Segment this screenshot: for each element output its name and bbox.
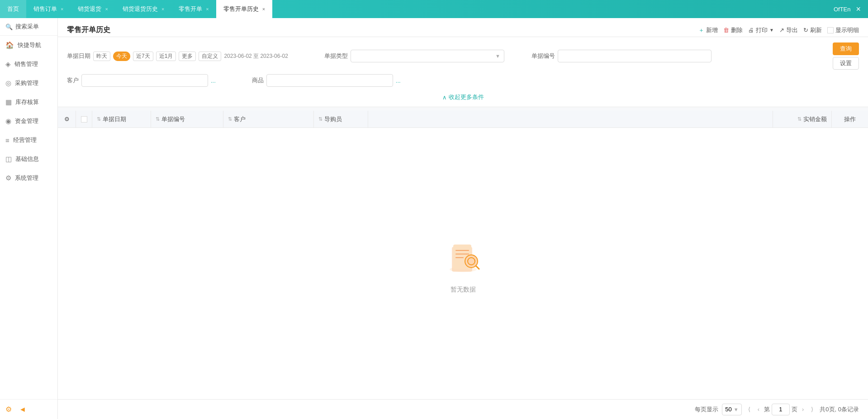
page-size-dropdown-icon: ▼: [734, 407, 739, 412]
type-select[interactable]: ▼: [351, 50, 504, 62]
tab-sales-return-history-close[interactable]: ×: [161, 6, 164, 12]
refresh-icon: ↻: [803, 27, 808, 33]
goods-ellipsis[interactable]: ...: [396, 77, 401, 84]
th-spacer: [368, 111, 773, 127]
topbar-close-btn[interactable]: ×: [854, 5, 863, 14]
tab-sales-return[interactable]: 销货退货 ×: [71, 0, 115, 18]
basicinfo-icon: ◫: [5, 155, 12, 163]
th-amount-sort-icon: ⇅: [797, 116, 802, 122]
export-icon: ↗: [779, 27, 784, 33]
setting-button[interactable]: 设置: [833, 57, 859, 70]
customer-filter-label: 客户: [67, 76, 79, 85]
date-shortcuts: 昨天 今天 近7天 近1月 更多 自定义: [93, 52, 221, 61]
date-btn-today[interactable]: 今天: [113, 52, 130, 61]
tab-sales-return-close[interactable]: ×: [105, 6, 108, 12]
table-area: ⚙ ⇅ 单据日期 ⇅ 单据编号 ⇅ 客户 ⇅: [58, 111, 868, 419]
date-btn-custom[interactable]: 自定义: [199, 52, 221, 61]
print-button[interactable]: 🖨 打印 ▼: [748, 26, 774, 34]
collapse-arrow-icon[interactable]: ◄: [19, 405, 26, 414]
tab-sales-order[interactable]: 销售订单 ×: [26, 0, 71, 18]
refresh-label: 刷新: [810, 26, 822, 34]
page-prev-btn[interactable]: ‹: [755, 405, 762, 414]
date-btn-yesterday[interactable]: 昨天: [93, 52, 110, 61]
tab-sales-return-history[interactable]: 销货退货历史 ×: [115, 0, 171, 18]
th-customer-label: 客户: [234, 115, 246, 123]
sidebar-item-inventory[interactable]: ▦ 库存核算: [0, 93, 57, 112]
tab-sales-order-label: 销售订单: [33, 5, 57, 13]
date-btn-1month[interactable]: 近1月: [156, 52, 176, 61]
th-customer[interactable]: ⇅ 客户: [223, 111, 314, 127]
th-guide[interactable]: ⇅ 导购员: [314, 111, 368, 127]
page-last-btn[interactable]: ⟩: [808, 405, 816, 414]
sidebar-item-system[interactable]: ⚙ 系统管理: [0, 169, 57, 188]
content-area: 零售开单历史 ＋ 新增 🗑 删除 🖨 打印 ▼ ↗ 导出: [58, 18, 868, 419]
date-btn-more[interactable]: 更多: [179, 52, 196, 61]
empty-text: 暂无数据: [451, 286, 476, 294]
sidebar-item-quicknav[interactable]: 🏠 快捷导航: [0, 36, 57, 55]
page-size-select[interactable]: 50 ▼: [722, 404, 741, 415]
th-checkbox[interactable]: [76, 111, 92, 127]
sidebar-item-operation[interactable]: ≡ 经营管理: [0, 131, 57, 150]
th-op-label: 操作: [844, 115, 856, 123]
tab-sales-order-close[interactable]: ×: [61, 6, 63, 12]
sidebar-item-purchase[interactable]: ◎ 采购管理: [0, 74, 57, 93]
sidebar: 🔍 搜索采单 🏠 快捷导航 ◈ 销售管理 ◎ 采购管理 ▦ 库存核算 ◉ 资金管…: [0, 18, 58, 419]
tab-retail-history[interactable]: 零售开单历史 ×: [216, 0, 272, 18]
customer-input[interactable]: [81, 74, 208, 87]
num-filter-label: 单据编号: [531, 52, 555, 60]
th-num-sort-icon: ⇅: [156, 116, 160, 122]
inventory-icon: ▦: [5, 98, 12, 106]
th-guide-sort-icon: ⇅: [318, 116, 323, 122]
th-checkbox-all[interactable]: [81, 116, 87, 122]
type-filter: 单据类型 ▼: [324, 50, 504, 62]
tab-retail-order-close[interactable]: ×: [206, 6, 209, 12]
collapse-label: 收起更多条件: [449, 93, 484, 101]
tab-retail-history-close[interactable]: ×: [262, 6, 265, 12]
page-next-btn[interactable]: ›: [799, 405, 806, 414]
page-number-input[interactable]: [772, 404, 790, 415]
table-header: ⚙ ⇅ 单据日期 ⇅ 单据编号 ⇅ 客户 ⇅: [58, 111, 868, 128]
type-dropdown-icon: ▼: [495, 53, 500, 59]
query-button[interactable]: 查询: [833, 42, 859, 55]
goods-input[interactable]: [266, 74, 393, 87]
print-icon: 🖨: [748, 27, 754, 33]
delete-label: 删除: [731, 26, 743, 34]
svg-line-8: [476, 266, 479, 269]
refresh-button[interactable]: ↻ 刷新: [803, 26, 822, 34]
toolbar: ＋ 新增 🗑 删除 🖨 打印 ▼ ↗ 导出 ↻ 刷新: [698, 26, 859, 34]
customer-filter: 客户 ...: [67, 74, 216, 87]
th-op: 操作: [832, 111, 868, 127]
pagination: 每页显示 50 ▼ ⟨ ‹ 第 页 › ⟩ 共0页, 0条记录: [58, 399, 868, 419]
num-input[interactable]: [558, 50, 711, 62]
collapse-button[interactable]: ∧ 收起更多条件: [442, 93, 484, 101]
tab-retail-order[interactable]: 零售开单 ×: [171, 0, 216, 18]
sidebar-item-finance[interactable]: ◉ 资金管理: [0, 112, 57, 131]
sidebar-item-basicinfo[interactable]: ◫ 基础信息: [0, 150, 57, 169]
date-btn-7days[interactable]: 近7天: [133, 52, 153, 61]
th-date[interactable]: ⇅ 单据日期: [92, 111, 151, 127]
th-amount[interactable]: ⇅ 实销金额: [773, 111, 832, 127]
export-button[interactable]: ↗ 导出: [779, 26, 798, 34]
delete-button[interactable]: 🗑 删除: [723, 26, 743, 34]
page-first-btn[interactable]: ⟨: [745, 405, 753, 414]
system-icon: ⚙: [5, 174, 11, 182]
add-button[interactable]: ＋ 新增: [698, 26, 718, 34]
tab-home[interactable]: 首页: [0, 0, 26, 18]
th-date-label: 单据日期: [103, 115, 126, 123]
th-settings[interactable]: ⚙: [58, 111, 76, 127]
sidebar-item-sales-label: 销售管理: [14, 60, 38, 68]
sidebar-item-sales[interactable]: ◈ 销售管理: [0, 55, 57, 74]
sidebar-item-operation-label: 经营管理: [13, 136, 37, 144]
display-toggle[interactable]: 显示明细: [827, 26, 859, 34]
customer-ellipsis[interactable]: ...: [211, 77, 216, 84]
search-icon: 🔍: [5, 24, 13, 30]
settings-gear-icon[interactable]: ⚙: [5, 405, 12, 414]
add-label: 新增: [706, 26, 718, 34]
sidebar-item-finance-label: 资金管理: [15, 117, 38, 125]
sidebar-search[interactable]: 🔍 搜索采单: [0, 18, 57, 36]
top-bar: 首页 销售订单 × 销货退货 × 销货退货历史 × 零售开单 × 零售开单历史 …: [0, 0, 868, 18]
operation-icon: ≡: [5, 137, 9, 144]
display-checkbox[interactable]: [827, 27, 834, 33]
th-num[interactable]: ⇅ 单据编号: [151, 111, 223, 127]
sidebar-item-quicknav-label: 快捷导航: [18, 41, 41, 49]
